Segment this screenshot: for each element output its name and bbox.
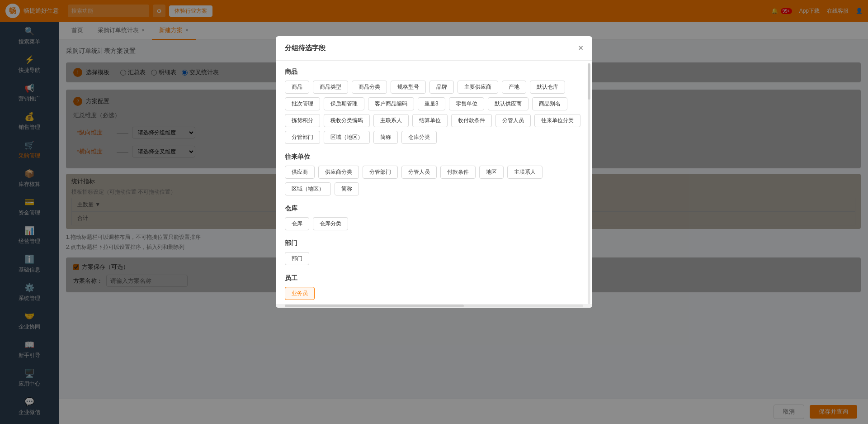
field-tag-staff-0[interactable]: 业务员 <box>285 287 315 300</box>
field-group-title-warehouse: 仓库 <box>285 205 583 213</box>
modal-hscrollbar-thumb <box>285 305 464 307</box>
field-tag-tags-goods-5[interactable]: 主要供应商 <box>458 81 498 94</box>
field-tag-tags-partner-1[interactable]: 供应商分类 <box>318 166 359 179</box>
field-tag-tags-goods-24[interactable]: 简称 <box>373 131 398 144</box>
modal-close-button[interactable]: × <box>578 43 583 53</box>
field-tag-tags-dept-0[interactable]: 部门 <box>285 252 309 265</box>
field-tag-tags-goods-21[interactable]: 往来单位分类 <box>534 114 580 127</box>
field-tags-partner: 供应商供应商分类分管部门分管人员付款条件地区主联系人区域（地区）简称 <box>285 166 583 195</box>
field-group-partner: 往来单位 供应商供应商分类分管部门分管人员付款条件地区主联系人区域（地区）简称 <box>285 153 583 195</box>
field-tag-tags-goods-19[interactable]: 收付款条件 <box>451 114 492 127</box>
field-tag-tags-goods-22[interactable]: 分管部门 <box>285 131 320 144</box>
field-tag-tags-warehouse-1[interactable]: 仓库分类 <box>313 217 348 230</box>
field-tag-tags-goods-16[interactable]: 税收分类编码 <box>324 114 370 127</box>
modal-body[interactable]: 商品 商品商品类型商品分类规格型号品牌主要供应商产地默认仓库批次管理保质期管理客… <box>276 61 592 304</box>
field-tag-tags-goods-15[interactable]: 拣货积分 <box>285 114 320 127</box>
field-group-staff: 员工 业务员 <box>285 274 583 300</box>
field-tag-tags-partner-2[interactable]: 分管部门 <box>363 166 398 179</box>
field-tag-tags-goods-18[interactable]: 结算单位 <box>412 114 448 127</box>
field-tag-tags-partner-8[interactable]: 简称 <box>335 182 359 195</box>
field-group-dept: 部门 部门 <box>285 239 583 265</box>
field-tag-tags-goods-17[interactable]: 主联系人 <box>373 114 409 127</box>
modal-title: 分组待选字段 <box>285 44 326 52</box>
field-tag-tags-goods-1[interactable]: 商品类型 <box>313 81 348 94</box>
field-select-modal: 分组待选字段 × 商品 商品商品类型商品分类规格型号品牌主要供应商产地默认仓库批… <box>276 36 592 308</box>
field-tag-tags-goods-14[interactable]: 商品别名 <box>532 97 567 110</box>
field-tag-tags-goods-4[interactable]: 品牌 <box>429 81 454 94</box>
field-tag-tags-goods-23[interactable]: 区域（地区） <box>324 131 370 144</box>
field-tag-tags-goods-0[interactable]: 商品 <box>285 81 309 94</box>
field-tag-tags-goods-13[interactable]: 默认供应商 <box>488 97 528 110</box>
field-group-title-staff: 员工 <box>285 274 583 282</box>
modal-header: 分组待选字段 × <box>276 36 592 61</box>
field-tags-goods: 商品商品类型商品分类规格型号品牌主要供应商产地默认仓库批次管理保质期管理客户商品… <box>285 81 583 144</box>
field-tag-tags-partner-7[interactable]: 区域（地区） <box>285 182 331 195</box>
field-tag-tags-goods-12[interactable]: 零售单位 <box>449 97 484 110</box>
field-tag-tags-goods-3[interactable]: 规格型号 <box>391 81 426 94</box>
modal-vscrollbar[interactable] <box>588 63 590 304</box>
field-tag-tags-goods-10[interactable]: 客户商品编码 <box>368 97 414 110</box>
field-tag-tags-goods-11[interactable]: 重量3 <box>418 97 445 110</box>
field-tag-tags-warehouse-0[interactable]: 仓库 <box>285 217 309 230</box>
field-group-title-partner: 往来单位 <box>285 153 583 161</box>
field-group-title-dept: 部门 <box>285 239 583 248</box>
field-group-title-goods: 商品 <box>285 68 583 76</box>
field-tags-dept: 部门 <box>285 252 583 265</box>
field-tag-tags-goods-2[interactable]: 商品分类 <box>352 81 387 94</box>
field-tag-tags-partner-6[interactable]: 主联系人 <box>507 166 542 179</box>
field-tag-tags-goods-6[interactable]: 产地 <box>502 81 526 94</box>
field-tags-warehouse: 仓库仓库分类 <box>285 217 583 230</box>
field-tag-tags-goods-9[interactable]: 保质期管理 <box>324 97 364 110</box>
field-tag-tags-partner-5[interactable]: 地区 <box>479 166 504 179</box>
field-tag-tags-goods-20[interactable]: 分管人员 <box>495 114 531 127</box>
field-group-goods: 商品 商品商品类型商品分类规格型号品牌主要供应商产地默认仓库批次管理保质期管理客… <box>285 68 583 144</box>
field-tag-tags-goods-8[interactable]: 批次管理 <box>285 97 320 110</box>
field-tag-tags-goods-25[interactable]: 仓库分类 <box>401 131 437 144</box>
field-tag-tags-partner-0[interactable]: 供应商 <box>285 166 315 179</box>
field-tag-tags-partner-3[interactable]: 分管人员 <box>401 166 437 179</box>
modal-hscrollbar-inner <box>285 305 583 307</box>
field-tags-staff: 业务员 <box>285 287 583 300</box>
field-tag-tags-partner-4[interactable]: 付款条件 <box>440 166 476 179</box>
field-tag-tags-goods-7[interactable]: 默认仓库 <box>530 81 565 94</box>
modal-hscrollbar[interactable] <box>276 304 592 308</box>
field-group-warehouse: 仓库 仓库仓库分类 <box>285 205 583 230</box>
modal-overlay: 分组待选字段 × 商品 商品商品类型商品分类规格型号品牌主要供应商产地默认仓库批… <box>0 0 868 424</box>
modal-vscrollbar-thumb <box>588 63 590 100</box>
